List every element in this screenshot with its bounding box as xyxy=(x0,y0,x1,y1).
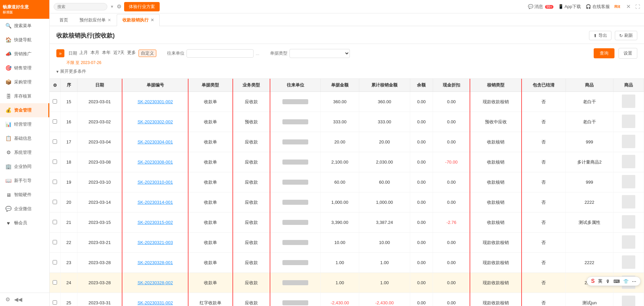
sidebar-item-quick-nav[interactable]: 🏠 快捷导航 xyxy=(0,33,49,47)
close-window-icon[interactable]: ✕ xyxy=(626,3,631,10)
row-date: 2023-03-10 xyxy=(77,172,122,192)
row-checkbox[interactable] xyxy=(50,273,60,293)
sidebar-item-operations[interactable]: 📊 经营管理 xyxy=(0,117,49,131)
topbar-gear-icon[interactable]: ⚙ xyxy=(117,3,121,10)
sidebar-item-basic-info[interactable]: 📋 基础信息 xyxy=(0,131,49,145)
ime-menu-icon[interactable]: ⋯ xyxy=(632,279,636,284)
row-checkbox[interactable] xyxy=(50,192,60,212)
row-write-off-type: 预收中应收 xyxy=(470,112,521,132)
sidebar-item-wechat[interactable]: 💬 企业微信 xyxy=(0,202,49,216)
search-icon: 🔍 xyxy=(5,23,11,29)
row-include-settled: 否 xyxy=(522,112,566,132)
row-date: 2023-03-01 xyxy=(77,92,122,112)
date-custom[interactable]: 自定义 xyxy=(139,50,156,57)
row-product: 测试jun xyxy=(566,293,613,306)
topbar-dropdown-arrow[interactable]: ▼ xyxy=(110,4,114,9)
tab-home[interactable]: 首页 xyxy=(54,14,74,26)
sidebar-item-inventory[interactable]: 🗄 库存核算 xyxy=(0,89,49,103)
bill-no-link[interactable]: SK-20230328-002 xyxy=(138,280,173,285)
row-bill-amount: 360.00 xyxy=(321,92,359,112)
th-biz-type: 业务类型 xyxy=(233,79,270,92)
online-service[interactable]: 🎧 在线客服 xyxy=(586,4,610,10)
bill-no-link[interactable]: SK-20230321-003 xyxy=(138,240,173,245)
content-area: 收款核销执行(按收款) ⬆ 导出 ↻ 刷新 » 日期 上月 xyxy=(50,26,644,306)
date-7days[interactable]: 近7天 xyxy=(113,50,124,57)
bottom-gear-icon[interactable]: ⚙ xyxy=(5,296,10,303)
th-gear[interactable]: ⚙ xyxy=(50,79,60,92)
maximize-icon[interactable]: ⛶ xyxy=(635,4,640,9)
expand-conditions[interactable]: ▾ 展开更多条件 xyxy=(56,68,637,74)
topbar-search-input[interactable] xyxy=(54,3,107,10)
message-area[interactable]: 💬 消息 99+ xyxy=(528,4,553,10)
tab-collection-close[interactable]: ✕ xyxy=(151,18,154,22)
bill-no-link[interactable]: SK-20230304-001 xyxy=(138,139,173,144)
page-header: 收款核销执行(按收款) ⬆ 导出 ↻ 刷新 xyxy=(50,26,644,44)
sidebar-item-system[interactable]: ⚙ 系统管理 xyxy=(0,145,49,160)
filter-toggle-button[interactable]: » xyxy=(56,49,64,57)
industry-solution-button[interactable]: 体验行业方案 xyxy=(124,2,160,11)
bill-no-link[interactable]: SK-20230314-001 xyxy=(138,200,173,205)
row-checkbox[interactable] xyxy=(50,112,60,132)
sidebar-item-finance[interactable]: 💰 资金管理 xyxy=(0,103,49,117)
sidebar-item-search-menu[interactable]: 🔍 搜索菜单 xyxy=(0,19,49,33)
tab-collection[interactable]: 收款核销执行 ✕ xyxy=(117,14,160,26)
row-bill-amount: 10.00 xyxy=(321,233,359,253)
date-this-year[interactable]: 本年 xyxy=(102,50,111,57)
ime-shirt-icon[interactable]: 👕 xyxy=(623,279,629,284)
row-checkbox[interactable] xyxy=(50,233,60,253)
ime-mode[interactable]: 英 xyxy=(598,278,602,284)
sidebar-item-purchase[interactable]: 📦 采购管理 xyxy=(0,75,49,89)
product-image xyxy=(622,195,635,208)
ime-mic-icon[interactable]: 🎙 xyxy=(606,279,610,284)
sidebar-item-guide[interactable]: 📖 新手引导 xyxy=(0,174,49,188)
table-body: 15 2023-03-01 SK-20230301-002 收款单 应收款 ██… xyxy=(50,92,644,306)
row-checkbox[interactable] xyxy=(50,92,60,112)
refresh-button[interactable]: ↻ 刷新 xyxy=(615,31,637,40)
sidebar-item-vip[interactable]: ♥ 畅会员 xyxy=(0,216,49,230)
sidebar-item-hardware[interactable]: 🖥 智能硬件 xyxy=(0,188,49,202)
row-checkbox[interactable] xyxy=(50,132,60,152)
bill-no-link[interactable]: SK-20230301-002 xyxy=(138,99,173,104)
user-name[interactable]: Rit xyxy=(614,4,620,9)
bill-no-link[interactable]: SK-20230328-001 xyxy=(138,260,173,265)
export-button[interactable]: ⬆ 导出 xyxy=(589,31,611,40)
query-button[interactable]: 查询 xyxy=(594,48,614,58)
row-bill-type: 收款单 xyxy=(188,212,232,233)
table-row: 23 2023-03-28 SK-20230328-001 收款单 应收款 ██… xyxy=(50,253,644,273)
row-checkbox[interactable] xyxy=(50,253,60,273)
bill-no-link[interactable]: SK-20230308-001 xyxy=(138,160,173,165)
row-include-settled: 否 xyxy=(522,293,566,306)
date-more[interactable]: 更多 xyxy=(127,50,136,57)
table-scroll[interactable]: ⚙ 序 日期 单据编号 单据类型 业务类型 往来单位 单据金额 累计核销金额 余… xyxy=(50,79,644,306)
bill-no-link[interactable]: SK-20230331-002 xyxy=(138,300,173,305)
row-product: 老白干 xyxy=(566,92,613,112)
counterparty-input[interactable] xyxy=(186,49,254,58)
collapse-icon[interactable]: ◀◀ xyxy=(14,296,22,303)
app-download[interactable]: 📱 App下载 xyxy=(558,4,581,10)
sidebar-item-sales[interactable]: 🎯 销售管理 xyxy=(0,61,49,75)
row-date: 2023-03-28 xyxy=(77,253,122,273)
sales-icon: 🎯 xyxy=(5,65,11,71)
date-this-month[interactable]: 本月 xyxy=(91,50,99,57)
row-checkbox[interactable] xyxy=(50,293,60,306)
bill-type-select[interactable] xyxy=(289,49,350,58)
sidebar-item-marketing[interactable]: 📣 营销推广 xyxy=(0,47,49,61)
row-checkbox[interactable] xyxy=(50,212,60,233)
row-include-settled: 否 xyxy=(522,172,566,192)
date-last-month[interactable]: 上月 xyxy=(79,50,88,57)
row-checkbox[interactable] xyxy=(50,172,60,192)
row-checkbox[interactable] xyxy=(50,152,60,172)
sidebar-item-enterprise[interactable]: 🏢 企业协同 xyxy=(0,160,49,174)
bill-no-link[interactable]: SK-20230315-002 xyxy=(138,220,173,225)
row-date: 2023-03-21 xyxy=(77,233,122,253)
tab-prepay-close[interactable]: ✕ xyxy=(108,18,111,22)
purchase-icon: 📦 xyxy=(5,79,11,85)
setting-button[interactable]: 设置 xyxy=(619,48,637,59)
bill-no-link[interactable]: SK-20230310-001 xyxy=(138,180,173,185)
row-biz-type: 应收款 xyxy=(233,92,270,112)
tab-prepay[interactable]: 预付款应付单 ✕ xyxy=(74,14,117,26)
row-write-off-type: 现款收款核销 xyxy=(470,233,521,253)
inventory-icon: 🗄 xyxy=(5,93,11,99)
bill-no-link[interactable]: SK-20230302-002 xyxy=(138,119,173,124)
ime-keyboard-icon[interactable]: ⌨ xyxy=(613,279,620,284)
